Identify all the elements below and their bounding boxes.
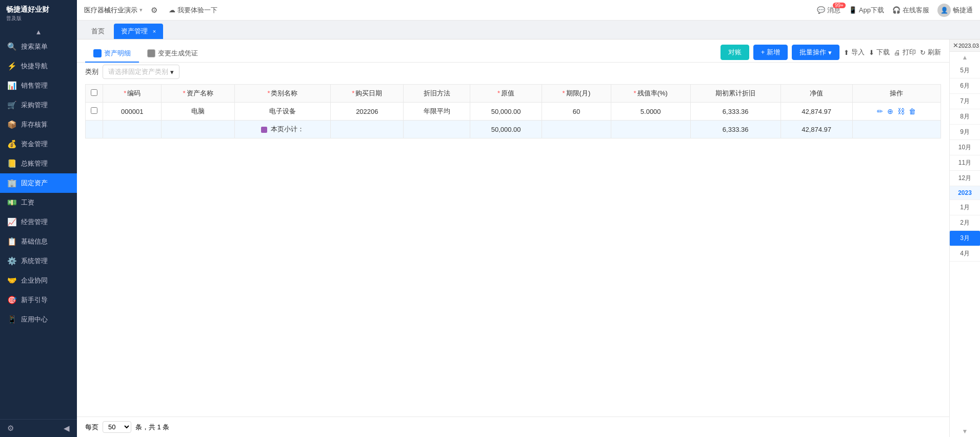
timeline-prev-month[interactable]: 9月 — [950, 125, 980, 140]
cloud-icon: ☁ — [169, 6, 175, 14]
sidebar-item-funds[interactable]: 💰资金管理 — [0, 134, 77, 154]
subtotal-label: 本页小计： — [271, 125, 304, 133]
category-filter-label: 类别 — [85, 67, 98, 76]
timeline-prev-month[interactable]: 5月 — [950, 63, 980, 78]
timeline-month[interactable]: 1月 — [950, 200, 980, 215]
collapse-icon[interactable]: ◀ — [64, 424, 70, 433]
th-depreciation-method: 折旧方法 — [404, 85, 470, 103]
sidebar-item-purchase[interactable]: 🛒采购管理 — [0, 95, 77, 115]
sidebar-item-newguide[interactable]: 🎯新手引导 — [0, 290, 77, 310]
asset-tab-icon — [93, 49, 102, 57]
topbar-right: 💬 消息 99+ 📱 App下载 🎧 在线客服 👤 畅捷通 — [817, 4, 973, 17]
add-button[interactable]: + 新增 — [753, 45, 788, 60]
subtotal-empty-period — [542, 121, 611, 138]
settings-icon[interactable]: ⚙ — [7, 424, 14, 433]
timeline-prev-month[interactable]: 6月 — [950, 78, 980, 94]
sidebar-item-basicinfo[interactable]: 📋基础信息 — [0, 232, 77, 251]
timeline-up-button[interactable]: ▲ — [950, 52, 980, 63]
delete-icon-0[interactable]: 🗑 — [909, 107, 916, 115]
edit-icon-0[interactable]: ✏ — [877, 107, 883, 115]
online-service-button[interactable]: 🎧 在线客服 — [892, 6, 929, 15]
timeline-month[interactable]: 4月 — [950, 246, 980, 262]
timeline-close-icon[interactable]: ✕ — [953, 42, 958, 49]
cell-period-0: 60 — [542, 103, 611, 121]
per-page-select[interactable]: 50 100 — [103, 421, 131, 433]
subtotal-initial-depreciation: 6,333.36 — [690, 121, 781, 138]
sidebar-label-inventory: 库存核算 — [21, 120, 48, 129]
timeline-prev-month[interactable]: 11月 — [950, 155, 980, 171]
sidebar-item-appcenter[interactable]: 📱应用中心 — [0, 310, 77, 329]
timeline-prev-month[interactable]: 8月 — [950, 109, 980, 125]
sidebar-icon-appcenter: 📱 — [7, 315, 17, 324]
user-menu[interactable]: 👤 畅捷通 — [937, 4, 973, 17]
topbar-gear-icon[interactable]: ⚙ — [148, 5, 161, 16]
batch-button[interactable]: 批量操作 ▾ — [792, 45, 839, 60]
refresh-button[interactable]: ↻ 刷新 — [920, 48, 941, 57]
download-button[interactable]: ⬇ 下载 — [869, 48, 890, 57]
experience-button[interactable]: ☁ 我要体验一下 — [169, 6, 217, 15]
sidebar-label-appcenter: 应用中心 — [21, 315, 48, 324]
sidebar-item-search[interactable]: 🔍搜索菜单 — [0, 37, 77, 56]
import-button[interactable]: ⬆ 导入 — [844, 48, 865, 57]
category-dropdown[interactable]: 请选择固定资产类别 ▾ — [103, 65, 179, 79]
timeline-down-button[interactable]: ▼ — [950, 426, 980, 437]
company-name: 医疗器械行业演示 — [84, 6, 137, 15]
app-download-button[interactable]: 📱 App下载 — [849, 6, 884, 15]
sidebar-item-wages[interactable]: 💵工资 — [0, 193, 77, 212]
cell-actions-0: ✏ ⊕ ⛓ 🗑 — [852, 103, 941, 121]
subtab-asset-detail[interactable]: 资产明细 — [85, 45, 139, 63]
cell-depreciation-0: 年限平均 — [404, 103, 470, 121]
tab-assetmgmt[interactable]: 资产管理 × — [114, 24, 163, 39]
sidebar-item-sales[interactable]: 📊销售管理 — [0, 76, 77, 95]
timeline-year-display: 2023.03 — [958, 43, 979, 49]
select-all-checkbox[interactable] — [91, 89, 97, 96]
print-label: 打印 — [903, 48, 916, 57]
tab-close-icon[interactable]: × — [153, 28, 156, 34]
sidebar-label-fixedasset: 固定资产 — [21, 178, 48, 188]
link-icon-0[interactable]: ⛓ — [897, 107, 905, 115]
th-original-value: *原值 — [470, 85, 542, 103]
subtab-voucher-gen[interactable]: 变更生成凭证 — [139, 45, 206, 63]
sidebar-item-sysmanage[interactable]: ⚙️系统管理 — [0, 251, 77, 271]
cell-purchase-date-0: 202206 — [331, 103, 404, 121]
subtotal-empty-actions — [852, 121, 941, 138]
timeline-months: 5月6月7月8月9月10月11月12月20231月2月3月4月 — [950, 63, 980, 426]
sidebar-item-operations[interactable]: 📈经营管理 — [0, 212, 77, 232]
subtab-voucher-label: 变更生成凭证 — [158, 49, 198, 58]
timeline-month[interactable]: 2月 — [950, 215, 980, 231]
cell-original-value-0: 50,000.00 — [470, 103, 542, 121]
company-selector[interactable]: 医疗器械行业演示 ▾ — [84, 6, 143, 15]
cell-category-0: 电子设备 — [234, 103, 331, 121]
sidebar-label-operations: 经营管理 — [21, 217, 48, 227]
sidebar-icon-inventory: 📦 — [7, 120, 17, 129]
timeline-prev-month[interactable]: 10月 — [950, 140, 980, 155]
tab-home[interactable]: 首页 — [84, 24, 112, 39]
sidebar-item-inventory[interactable]: 📦库存核算 — [0, 115, 77, 134]
sidebar-item-quicknav[interactable]: ⚡快捷导航 — [0, 56, 77, 76]
print-button[interactable]: 🖨 打印 — [894, 48, 916, 57]
cell-name-0: 电脑 — [162, 103, 234, 121]
sidebar-item-ledger[interactable]: 📒总账管理 — [0, 154, 77, 173]
timeline-header: ✕ 2023.03 ⤢ — [950, 39, 980, 52]
print-icon: 🖨 — [894, 49, 901, 56]
timeline-prev-month[interactable]: 7月 — [950, 94, 980, 109]
message-button[interactable]: 💬 消息 99+ — [817, 6, 841, 15]
sidebar-label-sysmanage: 系统管理 — [21, 256, 48, 266]
copy-icon-0[interactable]: ⊕ — [887, 107, 893, 115]
online-service-label: 在线客服 — [903, 6, 929, 15]
sidebar-label-funds: 资金管理 — [21, 140, 48, 149]
reconcile-button[interactable]: 对账 — [721, 45, 749, 60]
timeline-prev-month[interactable]: 12月 — [950, 171, 980, 186]
import-icon: ⬆ — [844, 49, 849, 56]
subtotal-empty-code — [103, 121, 162, 138]
sidebar-icon-basicinfo: 📋 — [7, 237, 17, 246]
cell-initial-depreciation-0: 6,333.36 — [690, 103, 781, 121]
subtotal-empty-method — [404, 121, 470, 138]
pagination: 每页 50 100 条，共 1 条 — [77, 416, 949, 437]
row-checkbox-0[interactable] — [91, 107, 97, 114]
sidebar-label-ledger: 总账管理 — [21, 159, 48, 168]
sidebar-item-bizcolab[interactable]: 🤝企业协同 — [0, 271, 77, 290]
sidebar-scroll-up[interactable]: ▲ — [0, 27, 77, 37]
timeline-month[interactable]: 3月 — [950, 231, 980, 246]
sidebar-item-fixedasset[interactable]: 🏢固定资产 — [0, 173, 77, 193]
